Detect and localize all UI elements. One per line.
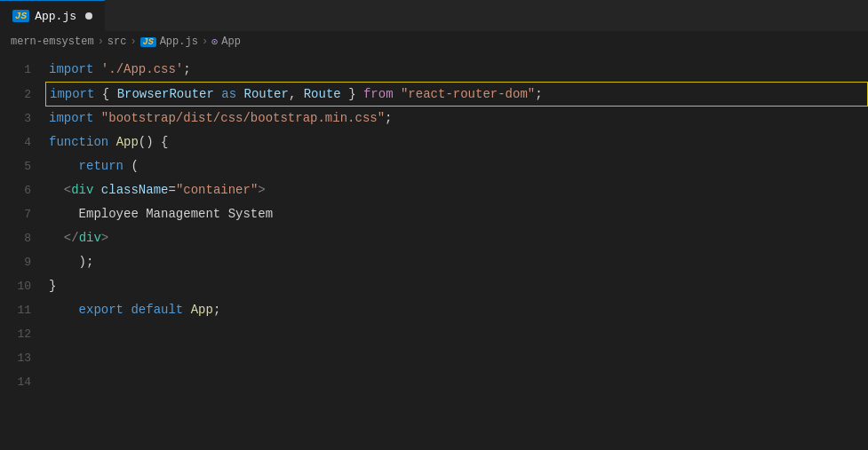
line-content: Employee Management System	[49, 202, 868, 225]
code-line: 7 Employee Management System	[0, 202, 868, 226]
tab-filename: App.js	[35, 10, 76, 23]
line-number: 4	[0, 131, 49, 154]
line-content	[49, 346, 868, 369]
title-bar: JS App.js	[0, 0, 868, 31]
line-content: import { BrowserRouter as Router, Route …	[45, 82, 868, 107]
line-number: 13	[0, 347, 49, 370]
code-line: 14	[0, 370, 868, 394]
line-content: }	[49, 274, 868, 297]
line-content: import "bootstrap/dist/css/bootstrap.min…	[49, 107, 868, 130]
code-line: 3import "bootstrap/dist/css/bootstrap.mi…	[0, 107, 868, 130]
line-number: 8	[0, 227, 49, 250]
code-editor[interactable]: 1import './App.css';2import { BrowserRou…	[0, 52, 868, 394]
line-content: return (	[49, 154, 868, 178]
breadcrumb-js-icon: JS	[140, 37, 156, 47]
code-line: 4function App() {	[0, 130, 868, 154]
code-line: 13	[0, 346, 868, 370]
line-number: 2	[0, 83, 49, 107]
breadcrumb-symbol-icon: ⊙	[211, 36, 218, 49]
breadcrumb-symbol-name: App	[221, 36, 241, 48]
code-line: 8 </div>	[0, 226, 868, 250]
line-number: 11	[0, 299, 49, 322]
line-number: 1	[0, 59, 49, 82]
line-number: 7	[0, 203, 49, 226]
line-content: function App() {	[49, 130, 868, 154]
code-line: 1import './App.css';	[0, 58, 868, 82]
breadcrumb-src: src	[108, 36, 127, 48]
line-number: 6	[0, 179, 49, 202]
line-number: 14	[0, 371, 49, 394]
line-number: 5	[0, 155, 49, 178]
line-number: 3	[0, 107, 49, 130]
code-line: 9 );	[0, 250, 868, 274]
code-line: 6 <div className="container">	[0, 178, 868, 202]
tab-modified-dot	[85, 12, 92, 20]
breadcrumb-sep-2: ›	[130, 36, 136, 48]
breadcrumb-sep-3: ›	[202, 36, 208, 48]
line-content: );	[49, 250, 868, 273]
code-line: 10}	[0, 274, 868, 298]
code-line: 11 export default App;	[0, 298, 868, 322]
line-content	[49, 370, 868, 393]
app-js-tab[interactable]: JS App.js	[0, 0, 105, 31]
line-number: 9	[0, 251, 49, 274]
line-number: 12	[0, 323, 49, 346]
breadcrumb-sep-1: ›	[98, 36, 104, 48]
code-line: 2import { BrowserRouter as Router, Route…	[0, 82, 868, 107]
breadcrumb-filename: App.js	[160, 36, 198, 48]
line-content: import './App.css';	[49, 58, 868, 81]
code-line: 12	[0, 322, 868, 346]
line-content	[49, 322, 868, 345]
tab-js-icon: JS	[12, 10, 29, 22]
line-content: <div className="container">	[49, 178, 868, 201]
breadcrumb: mern-emsystem › src › JS App.js › ⊙ App	[0, 31, 868, 52]
breadcrumb-project: mern-emsystem	[11, 36, 94, 48]
line-content: export default App;	[49, 298, 868, 321]
line-content: </div>	[49, 226, 868, 249]
line-number: 10	[0, 275, 49, 298]
code-line: 5 return (	[0, 154, 868, 178]
